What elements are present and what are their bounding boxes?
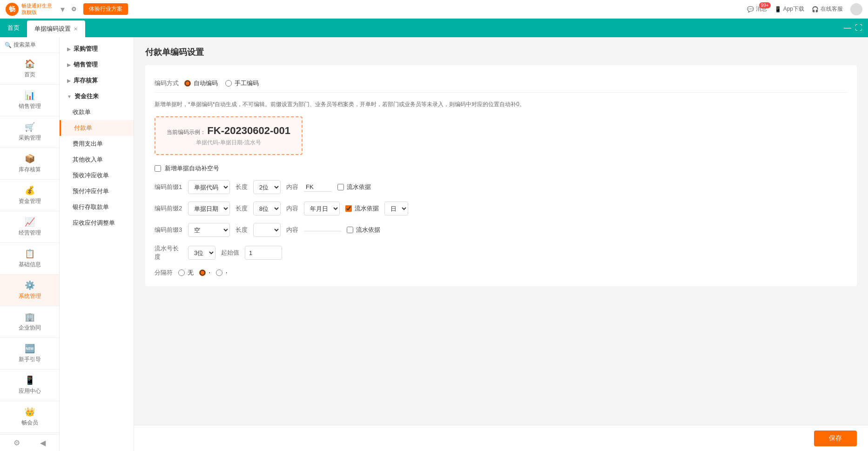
left-nav-bank[interactable]: 银行存取款单: [60, 199, 134, 215]
prefix1-content-value: FK: [304, 182, 332, 192]
trial-button[interactable]: 体验行业方案: [83, 3, 128, 15]
prefix2-content-select[interactable]: 年月日 年月 年: [304, 202, 340, 215]
separator-none-radio[interactable]: [178, 269, 185, 276]
prefix1-row: 编码前缀1 单据代码 单据日期 空 部门 业务员 长度 2位 4位 6位: [155, 180, 848, 194]
sidebar-item-inventory[interactable]: 📦 库存核算: [0, 148, 59, 180]
prefix1-stream-input[interactable]: [337, 184, 344, 190]
app-download-button[interactable]: 📱 App下载: [774, 5, 804, 13]
tab-bar: 首页 单据编码设置 ✕ — ⛶: [0, 19, 868, 37]
message-icon: 💬: [747, 6, 754, 13]
preview-box: 当前编码示例： FK-20230602-001 单据代码-单据日期-流水号: [155, 116, 303, 155]
separator-dot[interactable]: ·: [216, 269, 227, 277]
info-text: 新增单据时，*单据编码*自动生成，不可编辑。前缀设置为部门、业务员等档案类，开单…: [155, 100, 848, 109]
prefix1-length-select[interactable]: 2位 4位 6位 8位: [253, 180, 281, 194]
sidebar-search[interactable]: 🔍 搜索菜单: [0, 37, 59, 53]
separator-dash-radio[interactable]: [199, 269, 206, 276]
base-icon: 📋: [25, 249, 35, 259]
auto-encoding-option[interactable]: 自动编码: [184, 79, 218, 88]
inventory-icon: 📦: [25, 154, 35, 164]
finance-icon: 💰: [25, 185, 35, 195]
settings-card: 编码方式 自动编码 手工编码: [145, 65, 857, 286]
settings-button[interactable]: ⚙: [67, 3, 81, 16]
left-nav-other-income[interactable]: 其他收入单: [60, 152, 134, 168]
prefix1-label: 编码前缀1: [155, 183, 182, 191]
tab-close-icon[interactable]: ✕: [74, 26, 78, 32]
sidebar-item-system[interactable]: ⚙️ 系统管理: [0, 275, 59, 306]
manual-encoding-option[interactable]: 手工编码: [225, 79, 259, 88]
sidebar-item-operations[interactable]: 📈 经营管理: [0, 211, 59, 243]
auto-encoding-radio[interactable]: [184, 80, 191, 87]
top-bar: 畅 畅捷通好生意 旗舰版 ▾ ⚙ 体验行业方案 💬 消息 99+ 📱 App下载…: [0, 0, 868, 19]
prefix1-content-label: 内容: [286, 183, 298, 191]
prefix1-stream-checkbox[interactable]: 流水依据: [337, 183, 371, 191]
manual-encoding-radio[interactable]: [225, 80, 232, 87]
prefix3-stream-checkbox[interactable]: 流水依据: [347, 226, 380, 234]
left-nav-finance[interactable]: ▼ 资金往来: [60, 88, 134, 104]
expand-icon: ▶: [67, 47, 71, 52]
prefix3-length-select[interactable]: 2位 4位: [253, 223, 281, 237]
encoding-method-options: 自动编码 手工编码: [184, 79, 259, 88]
prefix3-label: 编码前缀3: [155, 226, 182, 234]
brand: 畅 畅捷通好生意 旗舰版: [6, 3, 52, 16]
prefix3-stream-input[interactable]: [347, 227, 353, 233]
left-nav-sales[interactable]: ▶ 销售管理: [60, 57, 134, 73]
sidebar-item-sales[interactable]: 📊 销售管理: [0, 85, 59, 116]
prefix2-stream-input[interactable]: [345, 205, 352, 212]
prefix3-length-label: 长度: [236, 226, 248, 234]
sidebar-item-member[interactable]: 👑 畅会员: [0, 401, 59, 433]
tab-home[interactable]: 首页: [0, 19, 27, 37]
message-button[interactable]: 💬 消息 99+: [747, 5, 767, 13]
tab-encoding-settings[interactable]: 单据编码设置 ✕: [27, 20, 85, 37]
sidebar: 🔍 搜索菜单 🏠 首页 📊 销售管理 🛒 采购管理 📦 库存核算 💰 资金管理 …: [0, 37, 60, 451]
auto-fill-checkbox[interactable]: [155, 165, 161, 172]
serial-length-select[interactable]: 3位 4位 5位 6位: [188, 246, 215, 260]
separator-none[interactable]: 无: [178, 269, 194, 277]
left-nav-purchase[interactable]: ▶ 采购管理: [60, 41, 134, 57]
serial-length-label: 流水号长度: [155, 244, 182, 261]
footer-settings-icon[interactable]: ⚙: [13, 438, 20, 447]
sidebar-item-purchase[interactable]: 🛒 采购管理: [0, 116, 59, 148]
guide-icon: 🆕: [25, 343, 35, 354]
left-nav-expense[interactable]: 费用支出单: [60, 136, 134, 152]
sidebar-footer: ⚙ ◀: [0, 434, 59, 451]
tab-expand-icon[interactable]: ⛶: [855, 24, 862, 32]
left-nav-payment[interactable]: 付款单: [60, 120, 134, 136]
left-nav-adjustment[interactable]: 应收应付调整单: [60, 215, 134, 231]
tab-minimize-icon[interactable]: —: [844, 24, 851, 32]
left-nav-receipt[interactable]: 收款单: [60, 104, 134, 120]
prefix1-select[interactable]: 单据代码 单据日期 空 部门 业务员: [188, 180, 230, 194]
serial-start-label: 起始值: [221, 249, 239, 257]
expand-icon: ▶: [67, 62, 71, 67]
footer-collapse-icon[interactable]: ◀: [40, 438, 46, 447]
user-avatar[interactable]: [850, 3, 862, 15]
sidebar-item-enterprise[interactable]: 🏢 企业协同: [0, 306, 59, 338]
sidebar-item-finance[interactable]: 💰 资金管理: [0, 180, 59, 211]
prefix3-row: 编码前缀3 单据代码 单据日期 空 部门 长度 2位 4位: [155, 223, 848, 237]
separator-dash[interactable]: ·: [199, 269, 210, 277]
prefix2-stream-checkbox[interactable]: 流水依据: [345, 204, 379, 213]
online-service-button[interactable]: 🎧 在线客服: [812, 5, 843, 13]
expand-icon: ▼: [67, 94, 72, 99]
left-nav-advance-receipt[interactable]: 预收冲应收单: [60, 168, 134, 183]
separator-dot-radio[interactable]: [216, 269, 222, 276]
prefix2-select[interactable]: 单据代码 单据日期 空 部门: [188, 202, 230, 215]
sidebar-item-guide[interactable]: 🆕 新手引导: [0, 338, 59, 370]
sidebar-item-base[interactable]: 📋 基础信息: [0, 243, 59, 275]
app-icon: 📱: [774, 6, 781, 13]
prefix2-length-select[interactable]: 2位 4位 6位 8位: [253, 202, 281, 215]
encoding-method-row: 编码方式 自动编码 手工编码: [155, 74, 848, 93]
prefix3-select[interactable]: 单据代码 单据日期 空 部门: [188, 223, 230, 237]
sidebar-item-apps[interactable]: 📱 应用中心: [0, 370, 59, 401]
serial-start-input[interactable]: [245, 246, 282, 260]
prefix2-day-select[interactable]: 日 月 年: [384, 202, 408, 215]
top-bar-left: 畅 畅捷通好生意 旗舰版 ▾ ⚙ 体验行业方案: [6, 3, 742, 16]
purchase-icon: 🛒: [25, 122, 35, 132]
preview-code: FK-20230602-001: [207, 125, 290, 136]
sidebar-item-home[interactable]: 🏠 首页: [0, 53, 59, 85]
main-content: 付款单编码设置 编码方式 自动编码 手工编码: [134, 37, 868, 425]
save-button[interactable]: 保存: [814, 431, 857, 446]
nav-dropdown[interactable]: ▾: [61, 4, 65, 14]
left-nav-inventory[interactable]: ▶ 库存核算: [60, 73, 134, 88]
left-nav-advance-payment[interactable]: 预付冲应付单: [60, 183, 134, 199]
serial-row: 流水号长度 3位 4位 5位 6位 起始值: [155, 244, 848, 261]
